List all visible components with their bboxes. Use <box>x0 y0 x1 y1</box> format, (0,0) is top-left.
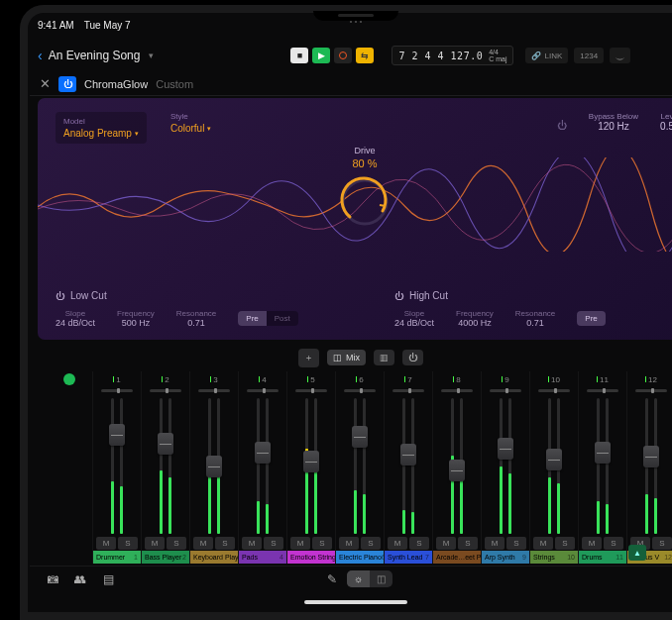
mute-button[interactable]: M <box>242 537 262 550</box>
lcd-extras: 🔗LINK 1234 ⏝ <box>525 48 630 63</box>
mute-button[interactable]: M <box>388 537 407 550</box>
level-param[interactable]: Lev 0.5 <box>660 112 672 132</box>
strip-header: 7 <box>404 371 411 387</box>
plugin-panel: Model Analog Preamp▾ Style Colorful▾ ⏻ B… <box>38 98 672 340</box>
solo-button[interactable]: S <box>361 537 381 550</box>
tempo-display[interactable]: 1234 <box>574 48 604 63</box>
lowcut-slope[interactable]: Slope24 dB/Oct <box>56 309 95 328</box>
solo-button[interactable]: S <box>555 537 575 550</box>
fader[interactable]: MSKeyboard Player3 <box>190 392 238 564</box>
view-segmented[interactable]: ☼ ◫ <box>347 570 392 587</box>
channel-strip: 6MSElectric Piano6 <box>336 371 385 564</box>
stop-button[interactable]: ■ <box>290 48 308 63</box>
mute-button[interactable]: M <box>533 537 553 550</box>
solo-button[interactable]: S <box>458 537 478 550</box>
channel-label[interactable]: Strings10 <box>530 551 578 564</box>
channel-label[interactable]: Electric Piano6 <box>336 551 384 564</box>
mix-view-button[interactable]: ◫Mix <box>327 350 366 365</box>
expand-button[interactable]: ▲ <box>628 545 646 561</box>
group-icon[interactable]: 👥︎ <box>71 572 89 586</box>
mute-button[interactable]: M <box>290 537 310 550</box>
solo-button[interactable]: S <box>506 537 526 550</box>
mute-button[interactable]: M <box>339 537 359 550</box>
solo-button[interactable]: S <box>118 537 138 550</box>
tuner-icon[interactable]: ⏝ <box>610 48 630 63</box>
fader[interactable]: MSArp Synth9 <box>482 392 529 564</box>
solo-button[interactable]: S <box>312 537 332 550</box>
fader[interactable]: MSDrummer1 <box>93 392 141 564</box>
highcut-power-icon[interactable]: ⏻ <box>394 291 403 301</box>
fader[interactable]: MSArcade…eet Pad8 <box>433 392 481 564</box>
fader[interactable]: MSChorus V12 <box>627 392 672 564</box>
play-button[interactable]: ▶ <box>312 48 330 63</box>
plugin-name[interactable]: ChromaGlow <box>84 78 148 90</box>
lowcut-prepost[interactable]: PrePost <box>238 311 297 326</box>
channel-label[interactable]: Drums11 <box>579 551 626 564</box>
lowcut-res[interactable]: Resonance0.71 <box>176 309 216 328</box>
lcd-display[interactable]: 7 2 4 4 127.0 4/4 C maj <box>392 46 513 65</box>
channel-label[interactable]: Bass Player2 <box>142 551 189 564</box>
solo-button[interactable]: S <box>604 537 623 550</box>
spotify-icon[interactable] <box>63 373 75 385</box>
bypass-below[interactable]: Bypass Below 120 Hz <box>589 112 638 132</box>
channel-label[interactable]: Keyboard Player3 <box>190 551 238 564</box>
solo-button[interactable]: S <box>652 537 672 550</box>
channel-label[interactable]: Synth Lead7 <box>385 551 432 564</box>
mute-button[interactable]: M <box>485 537 504 550</box>
fader[interactable]: MSStrings10 <box>530 392 578 564</box>
mute-button[interactable]: M <box>582 537 602 550</box>
highcut-prepost[interactable]: Pre <box>577 311 605 326</box>
sliders-icon: ◫ <box>333 353 342 362</box>
project-name[interactable]: An Evening Song <box>49 49 141 62</box>
model-selector[interactable]: Model Analog Preamp▾ <box>56 112 147 144</box>
highcut-res[interactable]: Resonance0.71 <box>515 309 555 328</box>
back-icon[interactable]: ‹ <box>38 48 43 63</box>
solo-button[interactable]: S <box>215 537 235 550</box>
cycle-button[interactable]: ⇆ <box>356 48 374 63</box>
channel-label[interactable]: Emotion Strings5 <box>287 551 335 564</box>
camera-icon[interactable]: 📷︎ <box>44 572 61 586</box>
lcd-position: 7 2 4 4 127.0 <box>398 51 483 61</box>
highcut-slope[interactable]: Slope24 dB/Oct <box>394 309 434 328</box>
add-button[interactable]: ＋ <box>298 349 319 367</box>
style-selector[interactable]: Style Colorful▾ <box>170 112 211 134</box>
fader[interactable]: MSDrums11 <box>579 392 626 564</box>
highcut-freq[interactable]: Frequency4000 Hz <box>456 309 494 328</box>
home-indicator[interactable] <box>304 600 407 604</box>
solo-button[interactable]: S <box>264 537 283 550</box>
strip-header: 8 <box>453 371 460 387</box>
channel-strip: 2MSBass Player2 <box>142 371 190 564</box>
channel-label[interactable]: Arp Synth9 <box>482 551 529 564</box>
plugin-power-button[interactable]: ⏻ <box>58 76 76 92</box>
channel-label[interactable]: Arcade…eet Pad8 <box>433 551 481 564</box>
fader[interactable]: MSBass Player2 <box>142 392 189 564</box>
fader[interactable]: MSSynth Lead7 <box>385 392 432 564</box>
mixer-power-button[interactable]: ⏻ <box>402 350 423 365</box>
note-icon[interactable]: ▤ <box>99 572 117 586</box>
fader[interactable]: MSPads4 <box>239 392 286 564</box>
lowcut-freq[interactable]: Frequency500 Hz <box>117 309 155 328</box>
close-icon[interactable]: ✕ <box>40 76 51 91</box>
mute-button[interactable]: M <box>96 537 116 550</box>
mute-button[interactable]: M <box>193 537 213 550</box>
channel-label[interactable]: Pads4 <box>239 551 286 564</box>
solo-button[interactable]: S <box>409 537 429 550</box>
bypass-power-icon[interactable]: ⏻ <box>557 120 567 131</box>
plugin-preset[interactable]: Custom <box>156 78 193 90</box>
mute-button[interactable]: M <box>145 537 165 550</box>
multitask-dots[interactable] <box>350 21 362 23</box>
library-button[interactable]: ▥ <box>374 350 394 365</box>
fader[interactable]: MSElectric Piano6 <box>336 392 384 564</box>
channel-label[interactable]: Drummer1 <box>93 551 141 564</box>
high-cut-section: ⏻High Cut Slope24 dB/Oct Frequency4000 H… <box>365 290 672 328</box>
pencil-icon[interactable]: ✎ <box>323 572 341 586</box>
record-button[interactable] <box>334 48 352 63</box>
link-toggle[interactable]: 🔗LINK <box>525 48 568 63</box>
strip-header: 2 <box>162 371 168 387</box>
solo-button[interactable]: S <box>167 537 186 550</box>
lowcut-power-icon[interactable]: ⏻ <box>56 291 64 301</box>
drive-knob[interactable]: Drive 80 % <box>338 146 392 229</box>
fader[interactable]: MSEmotion Strings5 <box>287 392 335 564</box>
mute-button[interactable]: M <box>436 537 456 550</box>
project-dropdown-icon[interactable]: ▾ <box>149 51 154 60</box>
